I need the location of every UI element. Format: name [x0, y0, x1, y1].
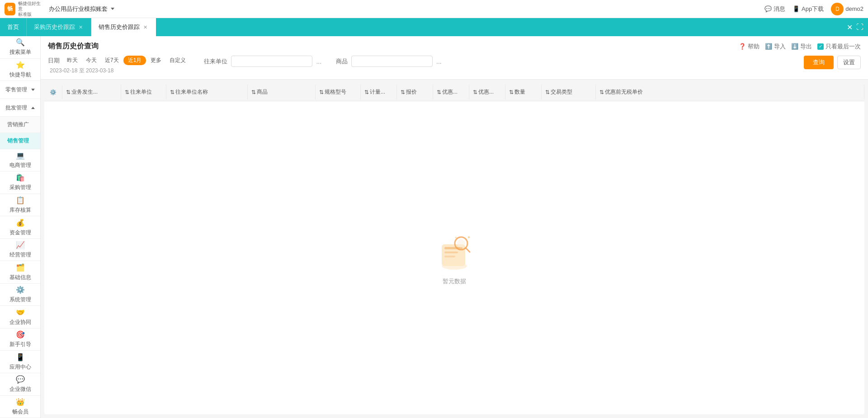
table-col-product[interactable]: ⇅ 商品 [248, 85, 316, 100]
sidebar-item-ecommerce[interactable]: 💻 电商管理 [0, 149, 40, 172]
app-center-label: 应用中心 [9, 363, 31, 371]
col-qty-label: 数量 [514, 88, 525, 96]
sidebar-item-marketing[interactable]: 营销推广 [0, 117, 40, 133]
partner-input[interactable] [231, 56, 312, 67]
message-icon: 💬 [764, 5, 772, 12]
system-label: 系统管理 [9, 296, 31, 304]
sidebar-item-purchase[interactable]: 🛍️ 采购管理 [0, 171, 40, 194]
purchase-label: 采购管理 [9, 184, 31, 191]
date-tab-today[interactable]: 今天 [82, 56, 100, 65]
marketing-label: 营销推广 [7, 121, 29, 128]
page-title: 销售历史价查询 [48, 42, 99, 51]
date-tab-yesterday[interactable]: 昨天 [63, 56, 81, 65]
help-icon: ❓ [739, 43, 746, 50]
purchase-history-tab-close-icon[interactable]: ✕ [78, 24, 84, 31]
help-button[interactable]: ❓ 帮助 [739, 43, 760, 51]
search-icon: 🔍 [16, 38, 25, 47]
query-button[interactable]: 查询 [804, 56, 834, 69]
date-tab-7days[interactable]: 近7天 [101, 56, 123, 65]
operation-icon: 📈 [16, 241, 25, 249]
ecommerce-icon: 💻 [16, 151, 25, 160]
svg-point-6 [457, 239, 465, 247]
table-col-spec[interactable]: ⇅ 规格型号 [316, 85, 361, 100]
sort-partner-name-icon: ⇅ [170, 89, 175, 95]
tab-purchase-history[interactable]: 采购历史价跟踪 ✕ [27, 18, 91, 36]
retail-chevron-icon [31, 89, 35, 91]
table-col-partner-id[interactable]: ⇅ 往来单位 [121, 85, 166, 100]
settings-col-icon: ⚙️ [50, 89, 57, 95]
sales-mgmt-label: 销售管理 [7, 137, 29, 145]
table-col-settings[interactable]: ⚙️ [44, 86, 62, 99]
table-col-partner-name[interactable]: ⇅ 往来单位名称 [166, 85, 248, 100]
table-col-tax-price[interactable]: ⇅ 优惠前无税单价 [596, 85, 864, 100]
sort-qty-icon: ⇅ [509, 89, 514, 95]
col-disc2-label: 优惠... [478, 88, 494, 96]
sidebar-item-finance[interactable]: 💰 资金管理 [0, 216, 40, 239]
table-col-qty[interactable]: ⇅ 数量 [505, 85, 542, 100]
app-download-button[interactable]: 📱 App下载 [793, 5, 824, 13]
member-icon: 👑 [16, 398, 25, 406]
empty-text: 暂元数据 [443, 277, 466, 285]
sidebar-item-retail[interactable]: 零售管理 [0, 81, 40, 99]
product-dots: ... [436, 58, 442, 65]
user-avatar-button[interactable]: D demo2 [831, 3, 863, 15]
col-tax-price-label: 优惠前无税单价 [605, 88, 643, 96]
tab-sales-history[interactable]: 销售历史价跟踪 ✕ [91, 18, 156, 36]
table-col-disc1[interactable]: ⇅ 优惠... [433, 85, 469, 100]
maximize-icon[interactable]: ⛶ [856, 23, 863, 31]
settings-button[interactable]: 设置 [837, 56, 861, 69]
sidebar-item-member[interactable]: 👑 畅会员 [0, 396, 40, 418]
partner-filter-label: 往来单位 [204, 57, 227, 66]
col-partner-id-label: 往来单位 [130, 88, 152, 96]
date-tab-more[interactable]: 更多 [147, 56, 165, 65]
only-last-checkbox[interactable]: ✓ 只看最后一次 [817, 43, 861, 51]
col-disc1-label: 优惠... [442, 88, 458, 96]
table-col-disc2[interactable]: ⇅ 优惠... [469, 85, 505, 100]
wechat-label: 企业微信 [9, 385, 31, 393]
sidebar-item-quick-nav[interactable]: ⭐ 快捷导航 [0, 59, 40, 81]
product-filter-group: 商品 ... [336, 56, 442, 67]
sidebar-item-operation[interactable]: 📈 经营管理 [0, 239, 40, 261]
app-name-label: 办公用品行业模拟账套 [49, 5, 108, 13]
sort-spec-icon: ⇅ [319, 89, 324, 95]
sidebar-item-wechat[interactable]: 💬 企业微信 [0, 373, 40, 396]
sidebar-item-guide[interactable]: 🎯 新手引导 [0, 328, 40, 351]
product-input[interactable] [351, 56, 433, 67]
date-tab-1month[interactable]: 近1月 [123, 56, 146, 65]
sidebar-item-app-center[interactable]: 📱 应用中心 [0, 351, 40, 373]
sidebar-item-sales-mgmt[interactable]: 销售管理 [0, 133, 40, 149]
sidebar-item-basic-info[interactable]: 🗂️ 基础信息 [0, 261, 40, 284]
basic-info-label: 基础信息 [9, 274, 31, 281]
logo-icon: 畅 [5, 3, 15, 15]
help-label: 帮助 [748, 43, 760, 51]
table-col-unit[interactable]: ⇅ 计量... [361, 85, 397, 100]
sidebar-search-label: 搜索菜单 [9, 48, 31, 56]
col-date-label: 业务发生... [71, 88, 98, 96]
export-button[interactable]: ⬇️ 导出 [791, 43, 812, 51]
date-filter-label: 日期 [48, 57, 60, 65]
col-trade-type-label: 交易类型 [551, 88, 572, 96]
table-col-trade-type[interactable]: ⇅ 交易类型 [542, 85, 596, 100]
message-button[interactable]: 💬 消息 [764, 5, 785, 13]
table-col-price[interactable]: ⇅ 报价 [397, 85, 433, 100]
partner-filter-group: 往来单位 ... [204, 56, 321, 67]
date-tabs: 昨天 今天 近7天 近1月 更多 自定义 [63, 56, 189, 65]
close-all-tabs-icon[interactable]: ✕ [847, 23, 853, 32]
svg-line-7 [466, 248, 470, 252]
date-tab-custom[interactable]: 自定义 [166, 56, 189, 65]
sales-history-tab-close-icon[interactable]: ✕ [142, 24, 148, 31]
sidebar-item-search[interactable]: 🔍 搜索菜单 [0, 36, 40, 59]
sidebar-item-inventory[interactable]: 📋 库存核算 [0, 194, 40, 217]
table-col-date[interactable]: ⇅ 业务发生... [62, 85, 121, 100]
svg-rect-4 [444, 256, 455, 257]
finance-icon: 💰 [16, 218, 25, 227]
sidebar-item-enterprise[interactable]: 🤝 企业协同 [0, 306, 40, 328]
sidebar-item-wholesale[interactable]: 批发管理 [0, 99, 40, 117]
import-button[interactable]: ⬆️ 导入 [765, 43, 786, 51]
finance-label: 资金管理 [9, 229, 31, 237]
app-center-icon: 📱 [16, 353, 25, 361]
tab-home[interactable]: 首页 [0, 18, 27, 36]
table-container: ⚙️ ⇅ 业务发生... ⇅ 往来单位 ⇅ 往来单位名称 ⇅ 商品 [44, 83, 864, 414]
app-selector[interactable]: 办公用品行业模拟账套 [45, 3, 760, 15]
sidebar-item-system[interactable]: ⚙️ 系统管理 [0, 284, 40, 306]
